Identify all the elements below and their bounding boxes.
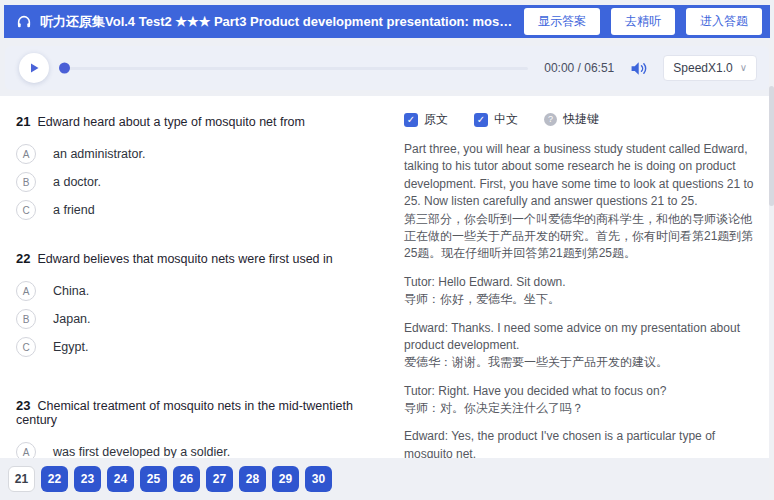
transcript-paragraph: Tutor: Hello Edward. Sit down. 导师：你好，爱德华…: [404, 274, 758, 309]
question-21: 21Edward heard about a type of mosquito …: [16, 114, 386, 220]
transcript-en: Part three, you will hear a business stu…: [404, 141, 758, 211]
headphones-icon: [16, 14, 32, 30]
transcript-paragraph: Tutor: Right. Have you decided what to f…: [404, 383, 758, 418]
option-22-b[interactable]: B Japan.: [16, 309, 386, 329]
enter-answering-button[interactable]: 进入答题: [686, 8, 762, 35]
question-nav: 21 22 23 24 25 26 27 28 29 30: [8, 466, 338, 492]
question-nav-28[interactable]: 28: [239, 466, 266, 492]
question-nav-22[interactable]: 22: [41, 466, 68, 492]
option-label: a doctor.: [53, 175, 101, 189]
transcript-paragraph: Edward: Yes, the product I've chosen is …: [404, 428, 758, 458]
header-bar: 听力还原集Vol.4 Test2 ★★★ Part3 Product devel…: [4, 5, 770, 38]
progress-handle[interactable]: [59, 63, 70, 74]
option-letter-badge[interactable]: C: [16, 337, 36, 357]
toggle-chinese[interactable]: ✓ 中文: [474, 111, 518, 128]
option-label: was first developed by a soldier.: [53, 445, 230, 458]
option-23-a[interactable]: A was first developed by a soldier.: [16, 442, 386, 458]
question-number: 21: [16, 114, 30, 129]
question-number: 22: [16, 251, 30, 266]
option-21-b[interactable]: B a doctor.: [16, 172, 386, 192]
play-button[interactable]: [19, 53, 49, 83]
option-letter-badge[interactable]: B: [16, 172, 36, 192]
shortcut-keys-button[interactable]: ? 快捷键: [544, 111, 599, 128]
option-label: Japan.: [53, 312, 91, 326]
scrollbar-thumb[interactable]: [769, 86, 774, 206]
checkbox-checked-icon[interactable]: ✓: [404, 113, 418, 127]
question-nav-25[interactable]: 25: [140, 466, 167, 492]
option-label: a friend: [53, 203, 95, 217]
transcript-toggles: ✓ 原文 ✓ 中文 ? 快捷键: [404, 111, 758, 128]
option-21-c[interactable]: C a friend: [16, 200, 386, 220]
option-label: an administrator.: [53, 147, 145, 161]
toggle-label: 原文: [424, 111, 448, 128]
question-text: Edward heard about a type of mosquito ne…: [37, 115, 305, 129]
question-number: 23: [16, 398, 30, 413]
shortcut-label: 快捷键: [563, 111, 599, 128]
header-title-group: 听力还原集Vol.4 Test2 ★★★ Part3 Product devel…: [16, 13, 513, 31]
chevron-down-icon: ∨: [740, 63, 747, 73]
page-title: 听力还原集Vol.4 Test2 ★★★ Part3 Product devel…: [40, 13, 513, 31]
play-icon: [28, 62, 40, 74]
page-scrollbar[interactable]: [769, 40, 774, 500]
question-nav-29[interactable]: 29: [272, 466, 299, 492]
option-label: China.: [53, 284, 89, 298]
question-text: Chemical treatment of mosquito nets in t…: [16, 399, 353, 427]
transcript-zh: 第三部分，你会听到一个叫爱德华的商科学生，和他的导师谈论他正在做的一些关于产品开…: [404, 211, 758, 263]
speed-value: SpeedX1.0: [673, 61, 732, 75]
transcript-en: Tutor: Right. Have you decided what to f…: [404, 383, 758, 400]
progress-bar[interactable]: [61, 67, 528, 70]
checkbox-checked-icon[interactable]: ✓: [474, 113, 488, 127]
question-text: Edward believes that mosquito nets were …: [37, 252, 332, 266]
transcript-paragraph: Edward: Thanks. I need some advice on my…: [404, 320, 758, 372]
show-answers-button[interactable]: 显示答案: [524, 8, 600, 35]
audio-player: 00:00 / 06:51 SpeedX1.0 ∨: [5, 46, 769, 90]
transcript-panel: ✓ 原文 ✓ 中文 ? 快捷键 Part three, you will hea…: [394, 96, 774, 458]
help-circle-icon: ?: [544, 113, 557, 126]
question-nav-26[interactable]: 26: [173, 466, 200, 492]
option-22-c[interactable]: C Egypt.: [16, 337, 386, 357]
option-letter-badge[interactable]: C: [16, 200, 36, 220]
speed-select[interactable]: SpeedX1.0 ∨: [663, 55, 757, 81]
toggle-label: 中文: [494, 111, 518, 128]
question-nav-21[interactable]: 21: [8, 466, 35, 492]
question-nav-24[interactable]: 24: [107, 466, 134, 492]
option-letter-badge[interactable]: A: [16, 281, 36, 301]
transcript-en: Edward: Yes, the product I've chosen is …: [404, 428, 758, 458]
question-22: 22Edward believes that mosquito nets wer…: [16, 251, 386, 357]
question-23: 23Chemical treatment of mosquito nets in…: [16, 398, 386, 458]
option-letter-badge[interactable]: A: [16, 442, 36, 458]
question-nav-23[interactable]: 23: [74, 466, 101, 492]
questions-panel: 21Edward heard about a type of mosquito …: [0, 96, 394, 458]
time-display: 00:00 / 06:51: [544, 61, 614, 75]
transcript-zh: 导师：你好，爱德华。坐下。: [404, 291, 758, 308]
transcript-zh: 爱德华：谢谢。我需要一些关于产品开发的建议。: [404, 354, 758, 371]
option-letter-badge[interactable]: B: [16, 309, 36, 329]
transcript-paragraph: Part three, you will hear a business stu…: [404, 141, 758, 263]
transcript-en: Tutor: Hello Edward. Sit down.: [404, 274, 758, 291]
toggle-original-text[interactable]: ✓ 原文: [404, 111, 448, 128]
transcript-en: Edward: Thanks. I need some advice on my…: [404, 320, 758, 355]
volume-icon[interactable]: [630, 60, 649, 77]
transcript-zh: 导师：对。你决定关注什么了吗？: [404, 400, 758, 417]
main-content: 21Edward heard about a type of mosquito …: [0, 96, 774, 458]
option-21-a[interactable]: A an administrator.: [16, 144, 386, 164]
intensive-listening-button[interactable]: 去精听: [611, 8, 675, 35]
question-nav-30[interactable]: 30: [305, 466, 332, 492]
option-letter-badge[interactable]: A: [16, 144, 36, 164]
header-buttons: 显示答案 去精听 进入答题: [513, 8, 762, 35]
question-nav-27[interactable]: 27: [206, 466, 233, 492]
option-22-a[interactable]: A China.: [16, 281, 386, 301]
option-label: Egypt.: [53, 340, 88, 354]
